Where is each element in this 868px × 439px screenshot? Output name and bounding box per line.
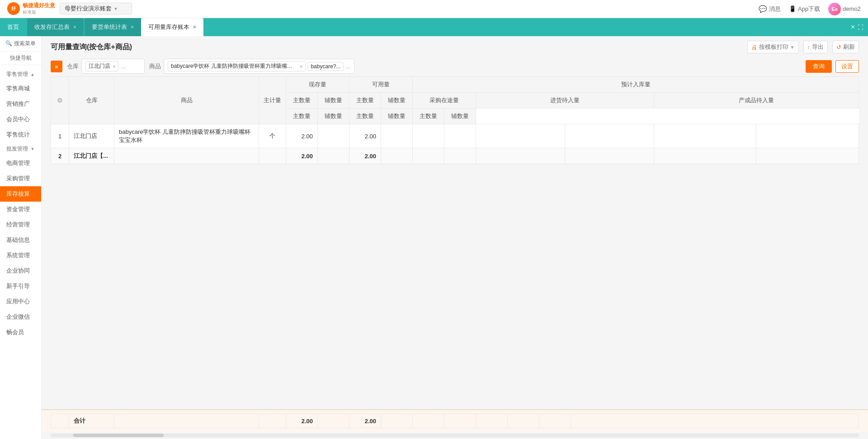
print-label: 按模板打印 bbox=[759, 43, 788, 51]
product-tag-1-value: babycare学饮杯 儿童防摔防撞吸管杯重力球吸嘴杯宝宝水杯 bbox=[171, 62, 297, 70]
sidebar-item-enterprise[interactable]: 企业协同 bbox=[0, 263, 41, 279]
logo-text-area: 畅捷通好生意 标准版 bbox=[23, 2, 55, 15]
logo-area: 好 畅捷通好生意 标准版 bbox=[7, 2, 55, 15]
horizontal-scrollbar[interactable] bbox=[51, 434, 859, 437]
sidebar-item-member[interactable]: 会员中心 bbox=[0, 112, 41, 127]
query-button[interactable]: 查询 bbox=[806, 60, 832, 73]
tab-available-label: 可用量库存账本 bbox=[148, 23, 189, 31]
top-bar: 好 畅捷通好生意 标准版 母婴行业演示账套 ▼ 💬 消息 📱 App下载 Ea … bbox=[0, 0, 868, 18]
tab-close-all-button[interactable]: × bbox=[851, 23, 855, 31]
th-current-aux-label: 辅数量 bbox=[325, 97, 342, 104]
warehouse-tag-remove[interactable]: × bbox=[113, 64, 115, 69]
search-icon: 🔍 bbox=[5, 40, 12, 47]
sidebar-item-guide-label: 新手引导 bbox=[6, 282, 30, 290]
th-available-label: 可用量 bbox=[372, 81, 390, 88]
logo-text: 畅捷通好生意 bbox=[23, 2, 55, 9]
top-bar-left: 好 畅捷通好生意 标准版 母婴行业演示账套 ▼ bbox=[7, 2, 132, 15]
product-more-button[interactable]: ... bbox=[345, 63, 350, 70]
print-button[interactable]: 🖨 按模板打印 ▼ bbox=[747, 41, 799, 53]
product-filter-input[interactable]: babycare学饮杯 儿童防摔防撞吸管杯重力球吸嘴杯宝宝水杯 × babyca… bbox=[164, 59, 354, 74]
tab-receipts[interactable]: 收发存汇总表 × bbox=[27, 18, 84, 36]
th-product: 商品 bbox=[114, 77, 259, 124]
user-area[interactable]: Ea demo2 bbox=[828, 3, 861, 15]
mobile-icon: 📱 bbox=[789, 5, 796, 12]
cell-inbound-main-0 bbox=[476, 124, 565, 148]
sidebar-item-purchase-label: 采购管理 bbox=[6, 175, 30, 183]
tab-expand-button[interactable]: ⛶ bbox=[858, 24, 863, 31]
tab-home[interactable]: 首页 bbox=[0, 18, 26, 36]
sidebar-item-finance[interactable]: 资金管理 bbox=[0, 202, 41, 217]
warehouse-filter-input[interactable]: 江北门店 × ... bbox=[81, 59, 145, 74]
scroll-thumb[interactable] bbox=[73, 434, 164, 437]
tab-orders[interactable]: 要货单统计表 × bbox=[85, 18, 141, 36]
filter-area: » 仓库 江北门店 × ... 商品 babycare学饮杯 儿童防摔防撞吸管杯… bbox=[42, 56, 868, 76]
sidebar-item-basic[interactable]: 基础信息 bbox=[0, 232, 41, 248]
sidebar-item-ecommerce[interactable]: 电商管理 bbox=[0, 156, 41, 171]
sidebar-item-marketing[interactable]: 营销推广 bbox=[0, 96, 41, 112]
export-button[interactable]: ↑ 导出 bbox=[803, 41, 828, 53]
sidebar-item-wechat[interactable]: 企业微信 bbox=[0, 309, 41, 325]
sidebar-quick-nav[interactable]: 快捷导航 bbox=[0, 52, 41, 65]
sidebar-item-wholesale-mgmt-label: 批发管理 bbox=[6, 145, 28, 153]
table-container: ⚙ 仓库 商品 主计量 现存量 bbox=[42, 76, 868, 409]
settings-icon[interactable]: ⚙ bbox=[57, 97, 63, 104]
sidebar-item-basic-label: 基础信息 bbox=[6, 236, 30, 244]
th-pur-on-way-main: 主数量 bbox=[286, 109, 318, 124]
cell-unit-1 bbox=[259, 148, 286, 164]
cell-pur-on-way-main-1 bbox=[413, 148, 444, 164]
cell-pur-on-way-main-0 bbox=[413, 124, 444, 148]
tab-receipts-label: 收发存汇总表 bbox=[34, 23, 70, 31]
sidebar-search[interactable]: 🔍 搜索菜单 bbox=[0, 36, 41, 52]
sidebar-item-retail-mgmt[interactable]: 零售管理 ▲ bbox=[0, 68, 41, 81]
th-inbound-main: 主数量 bbox=[349, 109, 381, 124]
cell-prod-aux-0 bbox=[756, 124, 859, 148]
table-row: 1 江北门店 babycare学饮杯 儿童防摔防撞吸管杯重力球吸嘴杯宝宝水杯 个… bbox=[51, 124, 859, 148]
sidebar-item-marketing-label: 营销推广 bbox=[6, 100, 30, 108]
sidebar-item-appstore[interactable]: 应用中心 bbox=[0, 294, 41, 309]
message-button[interactable]: 💬 消息 bbox=[759, 5, 781, 13]
main-layout: 🔍 搜索菜单 快捷导航 零售管理 ▲ 零售商城 营销推广 会员中心 零售统计 bbox=[0, 36, 868, 439]
industry-selector[interactable]: 母婴行业演示账套 ▼ bbox=[60, 3, 132, 14]
app-download-button[interactable]: 📱 App下载 bbox=[789, 5, 820, 13]
th-warehouse: 仓库 bbox=[69, 77, 114, 124]
sidebar-item-retail-mall[interactable]: 零售商城 bbox=[0, 81, 41, 96]
sidebar-item-retail-stats[interactable]: 零售统计 bbox=[0, 127, 41, 142]
page-header: 可用量查询(按仓库+商品) 🖨 按模板打印 ▼ ↑ 导出 ↺ 刷新 bbox=[42, 36, 868, 56]
tab-home-label: 首页 bbox=[7, 23, 19, 31]
product-tag-1-remove[interactable]: × bbox=[300, 64, 302, 69]
cell-product-1 bbox=[114, 148, 259, 164]
product-tag-2: babycare?... bbox=[307, 62, 344, 71]
sidebar-item-ecommerce-label: 电商管理 bbox=[6, 159, 30, 167]
cell-available-main-0: 2.00 bbox=[349, 124, 381, 148]
cell-inbound-aux-1 bbox=[565, 148, 654, 164]
export-label: 导出 bbox=[812, 43, 824, 51]
sidebar-item-vip[interactable]: 畅会员 bbox=[0, 325, 41, 340]
tab-orders-close[interactable]: × bbox=[131, 24, 134, 30]
sidebar-item-system[interactable]: 系统管理 bbox=[0, 248, 41, 263]
th-inbound-pending: 进货待入量 bbox=[476, 93, 654, 109]
top-bar-right: 💬 消息 📱 App下载 Ea demo2 bbox=[759, 3, 861, 15]
settings-button[interactable]: 设置 bbox=[835, 60, 859, 73]
warehouse-more-button[interactable]: ... bbox=[120, 63, 125, 70]
sidebar: 🔍 搜索菜单 快捷导航 零售管理 ▲ 零售商城 营销推广 会员中心 零售统计 bbox=[0, 36, 42, 439]
logo-sub: 标准版 bbox=[23, 9, 55, 15]
th-product-label: 商品 bbox=[181, 97, 193, 104]
sidebar-item-purchase[interactable]: 采购管理 bbox=[0, 171, 41, 186]
cell-no-1: 2 bbox=[51, 148, 69, 164]
tab-receipts-close[interactable]: × bbox=[73, 24, 76, 30]
sidebar-item-operations[interactable]: 经营管理 bbox=[0, 217, 41, 232]
sidebar-item-guide[interactable]: 新手引导 bbox=[0, 279, 41, 294]
tab-available[interactable]: 可用量库存账本 × bbox=[141, 18, 203, 36]
user-name: demo2 bbox=[843, 5, 861, 12]
sidebar-item-inventory[interactable]: 库存核算 bbox=[0, 186, 41, 202]
cell-inbound-aux-0 bbox=[565, 124, 654, 148]
tab-available-close[interactable]: × bbox=[193, 24, 196, 30]
sidebar-item-appstore-label: 应用中心 bbox=[6, 297, 30, 306]
sidebar-item-wholesale-mgmt[interactable]: 批发管理 ▼ bbox=[0, 142, 41, 156]
sidebar-item-system-label: 系统管理 bbox=[6, 251, 30, 260]
refresh-button[interactable]: ↺ 刷新 bbox=[832, 41, 859, 53]
product-filter-label: 商品 bbox=[149, 62, 161, 71]
th-purchase-on-way: 采购在途量 bbox=[413, 93, 476, 109]
footer-available-main: 2.00 bbox=[349, 414, 381, 428]
filter-toggle-button[interactable]: » bbox=[51, 61, 62, 72]
